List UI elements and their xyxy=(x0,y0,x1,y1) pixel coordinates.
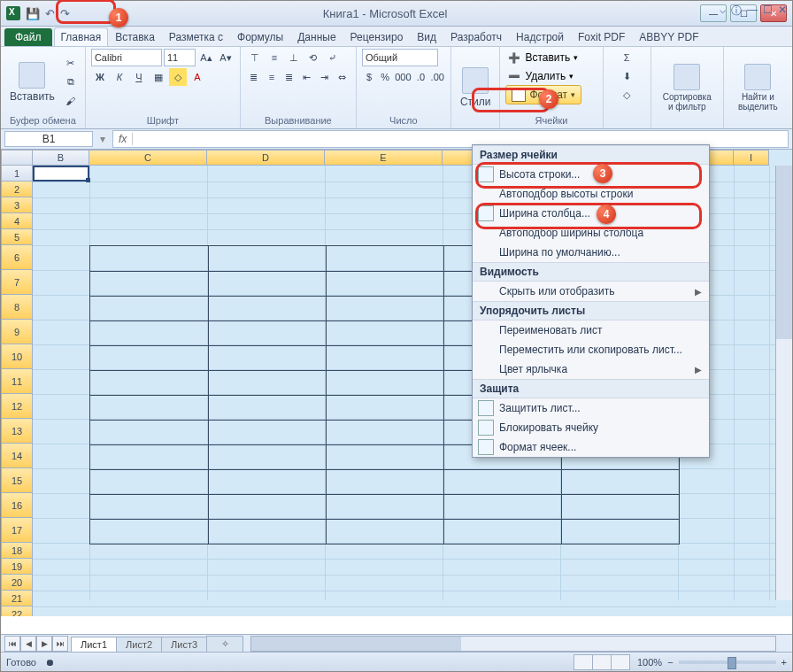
scroll-thumb[interactable] xyxy=(251,637,461,651)
format-painter-icon[interactable]: 🖌 xyxy=(62,92,80,110)
zoom-level[interactable]: 100% xyxy=(637,657,662,668)
row-header[interactable]: 20 xyxy=(1,575,33,591)
row-header[interactable]: 6 xyxy=(1,245,33,270)
row-header[interactable]: 9 xyxy=(1,320,33,344)
row-header[interactable]: 8 xyxy=(1,295,33,320)
dropdown-item[interactable]: Автоподбор высоты строки xyxy=(473,184,709,204)
row-header[interactable]: 17 xyxy=(1,518,33,543)
row-header[interactable]: 12 xyxy=(1,394,33,419)
file-tab[interactable]: Файл xyxy=(4,28,52,46)
help-icon[interactable]: ⓘ xyxy=(731,4,742,19)
qat-undo-icon[interactable]: ↶ xyxy=(45,7,55,20)
shrink-font-icon[interactable]: A▾ xyxy=(217,49,235,66)
dropdown-item[interactable]: Ширина столбца... xyxy=(473,204,709,223)
row-header[interactable]: 18 xyxy=(1,543,33,559)
dropdown-item[interactable]: Переместить или скопировать лист... xyxy=(473,340,709,359)
column-header[interactable]: I xyxy=(734,150,769,166)
tab-foxit[interactable]: Foxit PDF xyxy=(571,27,632,46)
tab-data[interactable]: Данные xyxy=(290,27,343,46)
vertical-scrollbar[interactable] xyxy=(775,166,792,600)
row-header[interactable]: 10 xyxy=(1,344,33,369)
styles-button[interactable]: Стили xyxy=(457,66,495,110)
row-header[interactable]: 11 xyxy=(1,369,33,394)
dropdown-item[interactable]: Переименовать лист xyxy=(473,321,709,340)
view-pagebreak-button[interactable] xyxy=(611,654,630,670)
macro-record-icon[interactable]: ⏺ xyxy=(45,657,55,668)
font-color-button[interactable]: A xyxy=(189,68,206,86)
sheet-tab-2[interactable]: Лист2 xyxy=(116,637,162,652)
dropdown-item[interactable]: Скрыть или отобразить▶ xyxy=(473,282,709,301)
dropdown-item[interactable]: Формат ячеек... xyxy=(473,437,709,457)
sheet-tab-new[interactable]: ✧ xyxy=(206,636,243,652)
scroll-thumb[interactable] xyxy=(776,166,792,339)
cut-icon[interactable]: ✂ xyxy=(62,55,80,73)
row-header[interactable]: 13 xyxy=(1,419,33,444)
tab-formulas[interactable]: Формулы xyxy=(230,27,290,46)
qat-save-icon[interactable]: 💾 xyxy=(26,7,40,20)
row-header[interactable]: 14 xyxy=(1,444,33,468)
wrap-text-icon[interactable]: ⤶ xyxy=(324,49,342,66)
row-header[interactable]: 2 xyxy=(1,182,33,197)
indent-inc-icon[interactable]: ⇥ xyxy=(317,68,333,86)
tab-home[interactable]: Главная xyxy=(54,27,109,46)
italic-button[interactable]: К xyxy=(111,68,128,86)
sheet-tab-1[interactable]: Лист1 xyxy=(71,637,117,652)
doc-min-icon[interactable]: — xyxy=(747,4,758,19)
row-header[interactable]: 21 xyxy=(1,591,33,606)
find-select-button[interactable]: Найти и выделить xyxy=(729,62,787,113)
align-top-icon[interactable]: ⊤ xyxy=(246,49,264,66)
column-header[interactable]: C xyxy=(89,150,207,166)
row-header[interactable]: 5 xyxy=(1,229,33,245)
fx-icon[interactable]: fx xyxy=(113,133,133,145)
column-header[interactable]: E xyxy=(325,150,443,166)
doc-restore-icon[interactable]: ☐ xyxy=(763,4,773,19)
row-header[interactable]: 4 xyxy=(1,213,33,229)
dropdown-item[interactable]: Блокировать ячейку xyxy=(473,418,709,437)
name-box-dropdown-icon[interactable]: ▾ xyxy=(96,133,109,145)
align-bottom-icon[interactable]: ⊥ xyxy=(285,49,303,66)
copy-icon[interactable]: ⧉ xyxy=(62,73,80,91)
sheet-nav-first-icon[interactable]: ⏮ xyxy=(4,636,20,652)
inc-decimal-icon[interactable]: .0 xyxy=(413,68,427,86)
grow-font-icon[interactable]: A▴ xyxy=(197,49,215,66)
view-layout-button[interactable] xyxy=(592,654,612,670)
row-header[interactable]: 3 xyxy=(1,197,33,213)
indent-dec-icon[interactable]: ⇤ xyxy=(299,68,315,86)
bold-button[interactable]: Ж xyxy=(91,68,109,86)
select-all-corner[interactable] xyxy=(1,150,33,166)
underline-button[interactable]: Ч xyxy=(130,68,148,86)
insert-cells-button[interactable]: ➕Вставить▾ xyxy=(505,49,597,66)
tab-abbyy[interactable]: ABBYY PDF xyxy=(632,27,705,46)
fill-color-button[interactable]: ◇ xyxy=(169,68,187,86)
currency-icon[interactable]: $ xyxy=(362,68,376,86)
merge-icon[interactable]: ⇔ xyxy=(335,68,350,86)
zoom-slider[interactable] xyxy=(679,660,776,664)
dec-decimal-icon[interactable]: .00 xyxy=(430,68,445,86)
row-header[interactable]: 22 xyxy=(1,606,33,616)
row-header[interactable]: 19 xyxy=(1,559,33,575)
paste-button[interactable]: Вставить xyxy=(6,60,58,104)
name-box[interactable]: B1 xyxy=(4,131,93,147)
dropdown-item[interactable]: Высота строки... xyxy=(473,165,709,184)
fill-icon[interactable]: ⬇ xyxy=(618,67,635,85)
autosum-icon[interactable]: Σ xyxy=(618,49,635,66)
active-cell[interactable] xyxy=(33,166,89,182)
sheet-nav-next-icon[interactable]: ▶ xyxy=(36,636,52,652)
align-right-icon[interactable]: ≣ xyxy=(281,68,297,86)
row-header[interactable]: 1 xyxy=(1,166,33,182)
percent-icon[interactable]: % xyxy=(378,68,392,86)
sheet-nav-prev-icon[interactable]: ◀ xyxy=(20,636,36,652)
dropdown-item[interactable]: Автоподбор ширины столбца xyxy=(473,223,709,243)
sort-filter-button[interactable]: Сортировка и фильтр xyxy=(657,62,718,113)
tab-layout[interactable]: Разметка с xyxy=(162,27,230,46)
column-header[interactable]: D xyxy=(207,150,325,166)
zoom-in-button[interactable]: + xyxy=(781,657,787,668)
column-header[interactable]: B xyxy=(33,150,89,166)
comma-icon[interactable]: 000 xyxy=(394,68,412,86)
view-normal-button[interactable] xyxy=(574,654,593,670)
row-header[interactable]: 16 xyxy=(1,493,33,518)
tab-insert[interactable]: Вставка xyxy=(108,27,162,46)
qat-redo-icon[interactable]: ↷ xyxy=(60,7,70,20)
doc-close-icon[interactable]: ✕ xyxy=(778,4,787,19)
sheet-nav-last-icon[interactable]: ⏭ xyxy=(52,636,68,652)
